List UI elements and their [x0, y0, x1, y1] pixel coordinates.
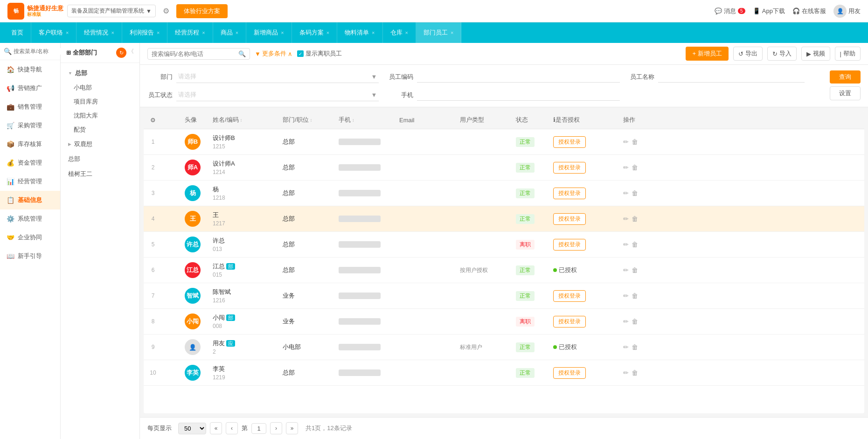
- dept-select[interactable]: 请选择 ▼: [176, 70, 379, 83]
- delete-btn[interactable]: 🗑: [632, 241, 638, 248]
- dept-node-head[interactable]: 总部: [61, 66, 139, 81]
- tab-close-icon[interactable]: ×: [202, 30, 205, 35]
- emp-code-input[interactable]: [417, 71, 619, 83]
- sidebar-item-system[interactable]: ⚙️ 系统管理: [0, 209, 60, 228]
- col-name[interactable]: 姓名/编码: [209, 111, 279, 129]
- first-page-btn[interactable]: «: [210, 422, 222, 434]
- sidebar-item-purchase[interactable]: 🛒 采购管理: [0, 116, 60, 135]
- col-dept[interactable]: 部门/职位: [279, 111, 335, 129]
- edit-btn[interactable]: ✏: [623, 292, 629, 300]
- emp-name-input[interactable]: [658, 71, 805, 83]
- sidebar-item-collab[interactable]: 🤝 企业协同: [0, 228, 60, 247]
- last-page-btn[interactable]: »: [286, 422, 298, 434]
- tab-close-icon[interactable]: ×: [326, 30, 329, 35]
- export-button[interactable]: ↺ 导出: [733, 47, 763, 61]
- delete-btn[interactable]: 🗑: [632, 266, 638, 274]
- col-phone[interactable]: 手机: [335, 111, 396, 129]
- auth-login-btn[interactable]: 授权登录: [553, 162, 586, 174]
- dept-collapse-btn[interactable]: 《: [128, 48, 134, 58]
- auth-login-btn[interactable]: 授权登录: [553, 290, 586, 302]
- sidebar-item-guide[interactable]: 📖 新手引导: [0, 247, 60, 265]
- query-button[interactable]: 查询: [830, 70, 861, 84]
- delete-btn[interactable]: 🗑: [632, 215, 638, 223]
- prev-page-btn[interactable]: ‹: [226, 422, 238, 434]
- edit-btn[interactable]: ✏: [623, 138, 629, 146]
- sidebar-item-sales[interactable]: 💼 销售管理: [0, 98, 60, 116]
- tab-new-goods[interactable]: 新增商品×: [246, 22, 292, 43]
- dept-node-shuanglu[interactable]: 双鹿想: [61, 137, 139, 152]
- delete-btn[interactable]: 🗑: [632, 318, 638, 325]
- add-employee-button[interactable]: + 新增员工: [686, 47, 728, 61]
- phone-input[interactable]: [417, 90, 619, 101]
- dept-child-xiaodian[interactable]: 小电部: [61, 81, 139, 95]
- tab-home[interactable]: 首页: [4, 22, 31, 43]
- tab-close-icon[interactable]: ×: [451, 30, 453, 35]
- tab-close-icon[interactable]: ×: [405, 30, 408, 35]
- auth-login-btn[interactable]: 授权登录: [553, 316, 586, 328]
- tab-close-icon[interactable]: ×: [372, 30, 375, 35]
- tab-bom[interactable]: 物料清单×: [337, 22, 382, 43]
- dept-all-label[interactable]: ⊞ 全部部门: [66, 49, 97, 57]
- tab-close-icon[interactable]: ×: [157, 30, 160, 35]
- edit-btn[interactable]: ✏: [623, 266, 629, 274]
- tab-close-icon[interactable]: ×: [236, 30, 238, 35]
- dept-child-shenyang[interactable]: 沈阳大库: [61, 109, 139, 123]
- delete-btn[interactable]: 🗑: [632, 292, 638, 300]
- show-resigned-toggle[interactable]: ✓ 显示离职员工: [297, 49, 342, 58]
- auth-login-btn[interactable]: 授权登录: [553, 136, 586, 148]
- sidebar-item-basic-info[interactable]: 📋 基础信息: [0, 191, 60, 209]
- edit-btn[interactable]: ✏: [623, 318, 629, 325]
- edit-btn[interactable]: ✏: [623, 343, 629, 351]
- dept-node-zhishu[interactable]: 植树王二: [61, 167, 139, 181]
- auth-login-btn[interactable]: 授权登录: [553, 213, 586, 225]
- dept-node-head2[interactable]: 总部: [61, 152, 139, 167]
- edit-btn[interactable]: ✏: [623, 215, 629, 223]
- settings-button[interactable]: 设置: [830, 86, 861, 100]
- edit-btn[interactable]: ✏: [623, 189, 629, 197]
- tab-close-icon[interactable]: ×: [66, 30, 69, 35]
- tab-customer[interactable]: 客户联络×: [31, 22, 76, 43]
- per-page-select[interactable]: 50 20 100: [178, 423, 206, 434]
- more-filter-btn[interactable]: ▼ 更多条件 ∧: [255, 49, 292, 58]
- tab-close-icon[interactable]: ×: [281, 30, 284, 35]
- dept-child-peihuo[interactable]: 配货: [61, 123, 139, 137]
- import-button[interactable]: ↻ 导入: [767, 47, 797, 61]
- tab-warehouse[interactable]: 仓库×: [383, 22, 416, 43]
- view-button[interactable]: ▶ 视频: [801, 47, 830, 61]
- search-input[interactable]: [152, 50, 236, 57]
- user-area[interactable]: 👤 用友: [833, 5, 861, 18]
- app-download-btn[interactable]: 📱 App下载: [753, 7, 785, 15]
- sidebar-item-inventory[interactable]: 📦 库存核算: [0, 135, 60, 153]
- tab-profit[interactable]: 利润报告×: [122, 22, 167, 43]
- sidebar-item-finance[interactable]: 💰 资金管理: [0, 153, 60, 172]
- dept-refresh-btn[interactable]: ↻: [116, 48, 126, 58]
- tab-barcode[interactable]: 条码方案×: [292, 22, 337, 43]
- delete-btn[interactable]: 🗑: [632, 189, 638, 197]
- tab-close-icon[interactable]: ×: [111, 30, 114, 35]
- dept-child-project[interactable]: 项目库房: [61, 95, 139, 109]
- message-btn[interactable]: 💬 消息 5: [715, 7, 745, 15]
- auth-login-btn[interactable]: 授权登录: [553, 239, 586, 251]
- tab-employees[interactable]: 部门员工×: [416, 22, 461, 43]
- tab-business[interactable]: 经营情况×: [76, 22, 122, 43]
- auth-login-btn[interactable]: 授权登录: [553, 367, 586, 379]
- tab-goods[interactable]: 商品×: [213, 22, 246, 43]
- edit-btn[interactable]: ✏: [623, 241, 629, 248]
- online-service-btn[interactable]: 🎧 在线客服: [792, 7, 826, 15]
- tab-history[interactable]: 经营历程×: [167, 22, 213, 43]
- delete-btn[interactable]: 🗑: [632, 138, 638, 146]
- auth-login-btn[interactable]: 授权登录: [553, 188, 586, 199]
- edit-btn[interactable]: ✏: [623, 164, 629, 171]
- sidebar-item-operations[interactable]: 📊 经营管理: [0, 172, 60, 191]
- next-page-btn[interactable]: ›: [270, 422, 282, 434]
- delete-btn[interactable]: 🗑: [632, 369, 638, 376]
- delete-btn[interactable]: 🗑: [632, 343, 638, 351]
- current-page[interactable]: 1: [251, 423, 266, 434]
- help-button[interactable]: | 帮助: [835, 47, 861, 61]
- settings-icon[interactable]: ⚙: [160, 5, 173, 18]
- sidebar-item-marketing[interactable]: 📢 营销推广: [0, 79, 60, 98]
- col-settings[interactable]: ⚙: [144, 111, 162, 129]
- delete-btn[interactable]: 🗑: [632, 164, 638, 171]
- system-selector[interactable]: 装备及固定资产辅助管理系统 ▼: [67, 5, 156, 17]
- sidebar-item-quick-nav[interactable]: 🏠 快捷导航: [0, 60, 60, 79]
